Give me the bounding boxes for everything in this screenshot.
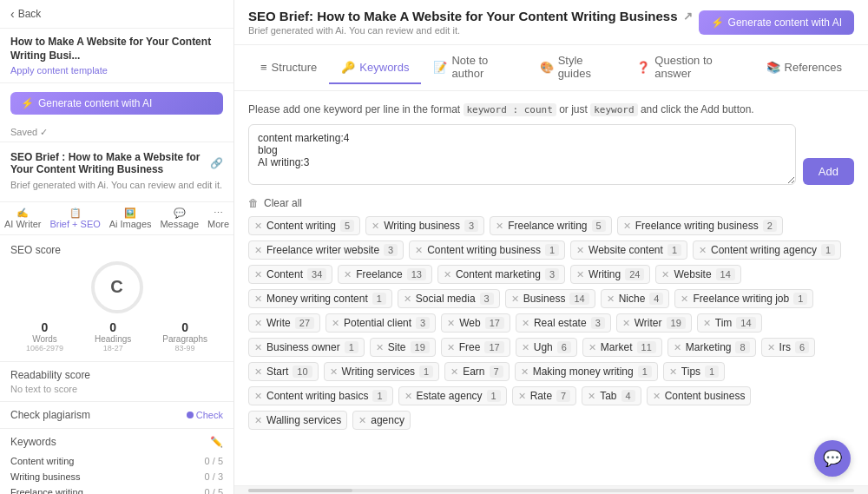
- tag-remove-icon[interactable]: ✕: [404, 293, 411, 305]
- clear-all-button[interactable]: Clear all: [264, 197, 302, 209]
- keyword-tag: ✕Real estate3: [516, 313, 611, 333]
- nav-message[interactable]: 💬 Message: [160, 207, 199, 229]
- tag-remove-icon[interactable]: ✕: [653, 391, 661, 402]
- edit-keywords-icon[interactable]: ✏️: [210, 436, 223, 448]
- tag-remove-icon[interactable]: ✕: [518, 391, 526, 402]
- tag-remove-icon[interactable]: ✕: [661, 269, 669, 280]
- tab-question[interactable]: ❓ Question to answer: [624, 45, 753, 90]
- nav-ai-writer[interactable]: ✍️ AI Writer: [4, 207, 42, 229]
- tag-count: 14: [716, 268, 735, 280]
- tag-remove-icon[interactable]: ✕: [576, 269, 584, 280]
- tab-references[interactable]: 📚 References: [754, 52, 854, 84]
- main-area: SEO Brief: How to Make A Website for You…: [234, 0, 868, 494]
- tag-remove-icon[interactable]: ✕: [254, 415, 262, 426]
- tag-remove-icon[interactable]: ✕: [254, 269, 262, 280]
- tag-remove-icon[interactable]: ✕: [699, 245, 707, 256]
- tag-remove-icon[interactable]: ✕: [522, 342, 529, 353]
- tab-keywords[interactable]: 🔑 Keywords: [329, 52, 421, 84]
- tag-remove-icon[interactable]: ✕: [622, 318, 630, 329]
- nav-ai-images[interactable]: 🖼️ Ai Images: [109, 207, 152, 229]
- tab-note[interactable]: 📝 Note to author: [421, 45, 527, 90]
- tag-remove-icon[interactable]: ✕: [521, 366, 529, 378]
- tag-remove-icon[interactable]: ✕: [332, 318, 339, 329]
- back-button[interactable]: ‹ Back: [10, 7, 41, 21]
- tag-remove-icon[interactable]: ✕: [607, 293, 615, 305]
- tag-remove-icon[interactable]: ✕: [447, 318, 455, 329]
- tag-remove-icon[interactable]: ✕: [344, 269, 352, 280]
- tag-count: 7: [490, 366, 503, 378]
- tag-remove-icon[interactable]: ✕: [330, 366, 338, 378]
- tag-remove-icon[interactable]: ✕: [254, 245, 262, 256]
- apply-template-link[interactable]: Apply content template: [10, 65, 223, 76]
- tag-text: Start: [266, 366, 288, 378]
- trash-icon[interactable]: 🗑: [248, 197, 259, 209]
- question-icon: ❓: [636, 61, 650, 74]
- tag-remove-icon[interactable]: ✕: [767, 342, 775, 353]
- seo-score-circle: C: [91, 261, 143, 313]
- tag-text: Site: [388, 341, 406, 353]
- main-spark-icon: ⚡: [711, 16, 724, 29]
- tag-text: Irs: [779, 341, 791, 353]
- tag-text: Writing business: [384, 220, 460, 232]
- keyword-tag: ✕Irs6: [761, 338, 815, 357]
- nav-more[interactable]: ⋯ More: [207, 207, 229, 229]
- tag-remove-icon[interactable]: ✕: [681, 293, 688, 305]
- sidebar-generate-button[interactable]: ⚡ Generate content with AI: [10, 92, 223, 115]
- tag-remove-icon[interactable]: ✕: [588, 391, 595, 402]
- tag-remove-icon[interactable]: ✕: [444, 269, 451, 280]
- tag-remove-icon[interactable]: ✕: [447, 342, 455, 353]
- keyword-tag: ✕Business owner1: [248, 338, 365, 357]
- tag-text: Write: [266, 317, 291, 329]
- check-label: Check: [196, 410, 223, 420]
- tag-remove-icon[interactable]: ✕: [576, 245, 584, 256]
- tag-remove-icon[interactable]: ✕: [254, 293, 262, 305]
- tag-remove-icon[interactable]: ✕: [674, 342, 681, 353]
- tag-text: Making money writing: [533, 366, 634, 378]
- words-value: 0: [26, 320, 63, 334]
- tag-remove-icon[interactable]: ✕: [669, 366, 677, 378]
- keyword-tag: ✕Writing services1: [324, 362, 440, 381]
- check-plagiarism-button[interactable]: Check: [187, 410, 223, 420]
- tag-remove-icon[interactable]: ✕: [623, 221, 631, 232]
- chat-bubble-button[interactable]: 💬: [814, 440, 851, 477]
- tag-remove-icon[interactable]: ✕: [703, 318, 711, 329]
- keywords-content: Please add one keyword per line in the f…: [234, 91, 868, 485]
- horizontal-scrollbar[interactable]: [234, 485, 868, 494]
- main-generate-button[interactable]: ⚡ Generate content with AI: [699, 10, 854, 35]
- tag-remove-icon[interactable]: ✕: [496, 221, 503, 232]
- tag-remove-icon[interactable]: ✕: [254, 342, 262, 353]
- tag-count: 1: [345, 341, 358, 353]
- tag-remove-icon[interactable]: ✕: [511, 293, 519, 305]
- tag-text: Estate agency: [417, 390, 483, 402]
- nav-brief-seo[interactable]: 📋 Brief + SEO: [49, 207, 100, 229]
- tab-structure[interactable]: ≡ Structure: [248, 52, 329, 84]
- tag-text: Free: [459, 341, 481, 353]
- add-keyword-button[interactable]: Add: [803, 158, 854, 185]
- tag-remove-icon[interactable]: ✕: [254, 391, 262, 402]
- tag-remove-icon[interactable]: ✕: [522, 318, 529, 329]
- keyword-tag: ✕Estate agency1: [398, 386, 507, 405]
- tag-remove-icon[interactable]: ✕: [254, 221, 262, 232]
- tab-style[interactable]: 🎨 Style guides: [528, 45, 625, 90]
- tag-count: 1: [793, 293, 807, 305]
- tag-text: Freelance writing business: [635, 220, 759, 232]
- ai-writer-icon: ✍️: [4, 207, 42, 219]
- tag-remove-icon[interactable]: ✕: [254, 318, 262, 329]
- tag-remove-icon[interactable]: ✕: [450, 366, 458, 378]
- ai-images-icon: 🖼️: [109, 207, 152, 219]
- tag-remove-icon[interactable]: ✕: [254, 366, 262, 378]
- clear-all-row: 🗑 Clear all: [248, 197, 854, 209]
- tag-remove-icon[interactable]: ✕: [589, 342, 596, 353]
- tag-remove-icon[interactable]: ✕: [358, 415, 366, 426]
- tag-remove-icon[interactable]: ✕: [404, 391, 412, 402]
- brief-item[interactable]: SEO Brief : How to Make a Website for Yo…: [0, 142, 233, 201]
- tabs-bar: ≡ Structure 🔑 Keywords 📝 Note to author …: [234, 45, 868, 91]
- readability-label: Readability score: [10, 369, 223, 381]
- tag-text: Freelance writing: [508, 220, 587, 232]
- tag-remove-icon[interactable]: ✕: [372, 221, 379, 232]
- keyword-tag: ✕Tim14: [697, 313, 762, 333]
- tag-remove-icon[interactable]: ✕: [415, 245, 423, 256]
- tag-count: 11: [637, 341, 656, 353]
- tag-remove-icon[interactable]: ✕: [376, 342, 384, 353]
- keyword-textarea[interactable]: content marketing:4 blog AI writing:3: [248, 124, 796, 185]
